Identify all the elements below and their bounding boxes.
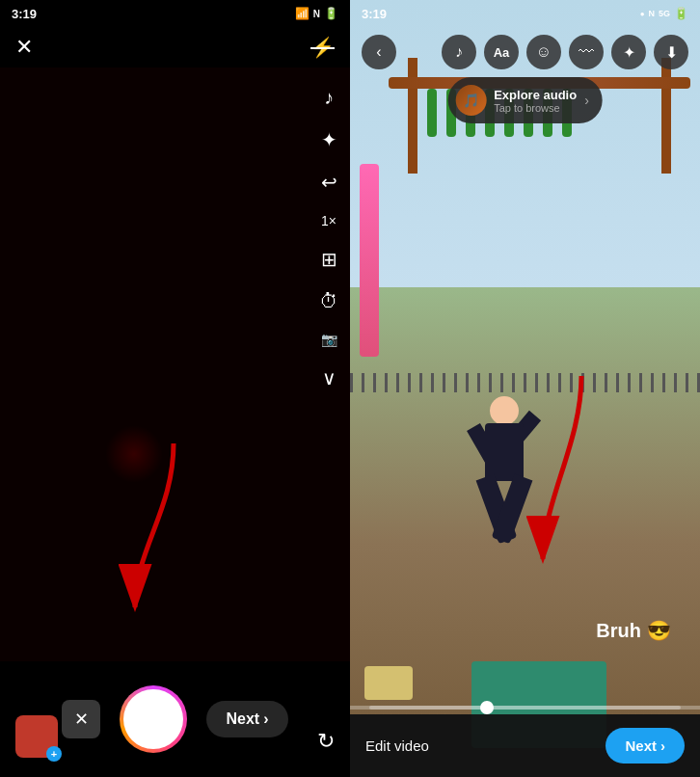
music-tool-button[interactable]: ♪ — [442, 35, 476, 69]
video-progress-container[interactable] — [350, 706, 700, 710]
delete-icon: ✕ — [74, 709, 89, 730]
rotate-button[interactable]: ↻ — [317, 729, 335, 754]
pink-pole-equipment — [360, 164, 379, 357]
next-chevron-left: › — [263, 710, 268, 728]
gallery-plus-badge: + — [46, 746, 62, 762]
record-button[interactable] — [120, 685, 187, 753]
next-button-right[interactable]: Next › — [606, 728, 685, 764]
bottom-bar-right: Edit video Next › — [350, 714, 700, 777]
status-bar-left: 3:19 📶 N 🔋 — [0, 0, 350, 27]
box-equipment — [364, 666, 413, 700]
text-tool-button[interactable]: Aa — [484, 35, 519, 69]
pole-left — [408, 58, 417, 174]
close-button[interactable]: ✕ — [15, 35, 33, 60]
back-button-right[interactable]: ‹ — [362, 35, 396, 69]
next-label-right: Next — [625, 737, 657, 754]
time-left: 3:19 — [12, 7, 37, 21]
bruh-label: Bruh — [596, 620, 641, 642]
status-bar-right: 3:19 ● N 5G 🔋 — [350, 0, 700, 27]
timer-button[interactable]: ⏱ — [319, 290, 338, 312]
video-progress-bar — [369, 706, 681, 710]
gallery-thumbnail[interactable]: + — [15, 715, 58, 758]
signal-icon-left: N — [313, 9, 320, 19]
next-label: Next — [226, 710, 259, 728]
next-chevron-right: › — [660, 737, 665, 754]
progress-thumb[interactable] — [480, 701, 494, 714]
bottom-area-left: ✕ Next › + ↻ — [0, 661, 350, 777]
back-icon: ‹ — [376, 43, 381, 61]
music-tool-icon: ♪ — [455, 43, 463, 61]
top-toolbar-right: ‹ ♪ Aa ☺ 〰 ✦ ⬇ — [350, 29, 700, 75]
text-tool-icon: Aa — [494, 45, 510, 60]
camera-view: ♪ ✦ ↩ 1× ⊞ ⏱ 📷 ∨ — [0, 67, 350, 661]
flip-camera-button[interactable]: 📷 — [321, 332, 337, 347]
edit-video-button[interactable]: Edit video — [365, 737, 429, 754]
sunglasses-emoji: 😎 — [647, 619, 671, 642]
red-arrow-right — [504, 366, 630, 578]
edit-tools: ♪ Aa ☺ 〰 ✦ ⬇ — [442, 35, 688, 69]
explore-audio-text: Explore audio Tap to browse — [494, 88, 577, 114]
undo-button[interactable]: ↩ — [321, 171, 337, 194]
left-panel: 3:19 📶 N 🔋 ✕ ⚡ ♪ ✦ ↩ 1× ⊞ ⏱ 📷 ∨ — [0, 0, 350, 777]
draw-tool-icon: 〰 — [579, 43, 594, 61]
layout-tool-button[interactable]: ✦ — [611, 35, 646, 69]
hanger-1 — [427, 89, 437, 137]
move-button[interactable]: ✦ — [321, 128, 337, 151]
music-button[interactable]: ♪ — [324, 87, 334, 109]
battery-icon-left: 🔋 — [324, 7, 338, 20]
explore-audio-chevron: › — [584, 93, 589, 108]
layout-button[interactable]: ⊞ — [321, 248, 337, 271]
status-icons-left: 📶 N 🔋 — [295, 7, 338, 20]
right-panel: Bruh 😎 3:19 ● N 5G 🔋 ‹ ♪ Aa ☺ 〰 — [350, 0, 700, 777]
time-right: 3:19 — [362, 7, 387, 21]
layout-tool-icon: ✦ — [623, 43, 635, 62]
next-button-left[interactable]: Next › — [206, 701, 287, 737]
explore-audio-subtitle: Tap to browse — [494, 102, 577, 114]
pole-right — [661, 58, 671, 174]
download-tool-icon: ⬇ — [665, 43, 678, 62]
record-icon-right: ● — [640, 10, 645, 18]
flash-button[interactable]: ⚡ — [310, 36, 335, 59]
wifi-icon-left: 📶 — [295, 7, 310, 20]
explore-audio-avatar: 🎵 — [455, 85, 486, 116]
status-icons-right: ● N 5G 🔋 — [640, 7, 688, 20]
delete-button[interactable]: ✕ — [62, 700, 100, 738]
top-toolbar-left: ✕ ⚡ — [0, 27, 350, 67]
explore-audio-title: Explore audio — [494, 88, 577, 102]
camera-right-icons: ♪ ✦ ↩ 1× ⊞ ⏱ 📷 ∨ — [319, 87, 338, 389]
network-icon-right: N — [648, 9, 655, 18]
plus-icon: + — [51, 748, 57, 760]
signal-icon-right: 5G — [659, 9, 670, 18]
download-tool-button[interactable]: ⬇ — [654, 35, 688, 69]
draw-tool-button[interactable]: 〰 — [569, 35, 604, 69]
speed-button[interactable]: 1× — [321, 213, 337, 228]
battery-icon-right: 🔋 — [674, 7, 688, 20]
explore-audio-banner[interactable]: 🎵 Explore audio Tap to browse › — [447, 77, 603, 123]
sticker-tool-icon: ☺ — [536, 43, 552, 61]
more-button[interactable]: ∨ — [322, 366, 337, 389]
record-inner — [126, 692, 180, 746]
sticker-tool-button[interactable]: ☺ — [526, 35, 561, 69]
red-arrow-left — [116, 434, 231, 627]
bruh-sticker[interactable]: Bruh 😎 — [596, 619, 671, 642]
